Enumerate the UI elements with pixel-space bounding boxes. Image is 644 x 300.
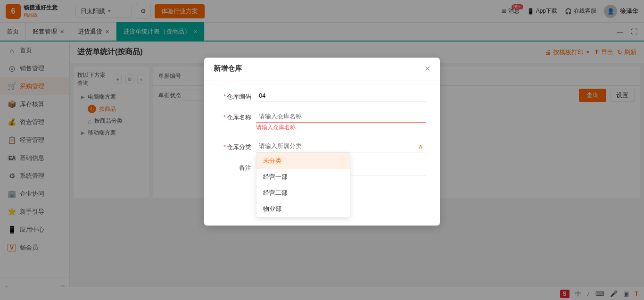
modal-close-btn[interactable]: ✕ [424, 64, 430, 73]
dropdown-item-property[interactable]: 物业部 [256, 201, 350, 217]
modal-body: 仓库编码 仓库名称 请输入仓库名称 仓库分类 ∧ 未分类 经营一部 [204, 80, 440, 195]
dropdown-item-uncategorized[interactable]: 未分类 [256, 153, 350, 169]
new-warehouse-modal: 新增仓库 ✕ 仓库编码 仓库名称 请输入仓库名称 仓库分类 ∧ [204, 58, 440, 225]
modal-title: 新增仓库 [214, 64, 242, 73]
code-label: 仓库编码 [218, 90, 256, 101]
form-row-name: 仓库名称 请输入仓库名称 [218, 110, 426, 132]
category-control: ∧ 未分类 经营一部 经营二部 物业部 [256, 140, 426, 152]
code-input[interactable] [256, 90, 426, 102]
name-error-msg: 请输入仓库名称 [256, 124, 426, 132]
dropdown-item-dept1[interactable]: 经营一部 [256, 169, 350, 185]
form-row-code: 仓库编码 [218, 90, 426, 102]
category-dropdown: 未分类 经营一部 经营二部 物业部 [256, 152, 350, 217]
category-arrow-icon[interactable]: ∧ [418, 142, 423, 150]
modal-header: 新增仓库 ✕ [204, 58, 440, 80]
note-label: 备注 [218, 161, 256, 172]
name-control: 请输入仓库名称 [256, 110, 426, 132]
name-input[interactable] [256, 110, 426, 123]
code-control [256, 90, 426, 102]
dropdown-item-dept2[interactable]: 经营二部 [256, 185, 350, 201]
name-label: 仓库名称 [218, 110, 256, 122]
category-input[interactable] [256, 140, 426, 152]
form-row-category: 仓库分类 ∧ 未分类 经营一部 经营二部 物业部 [218, 140, 426, 152]
category-label: 仓库分类 [218, 140, 256, 151]
